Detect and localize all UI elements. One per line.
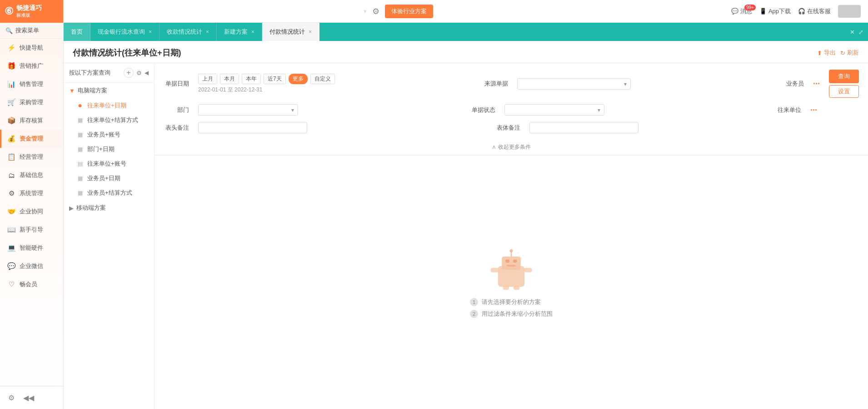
trial-button[interactable]: 体验行业方案 [385, 5, 433, 18]
scheme-item-staff-date-label: 业务员+日期 [87, 174, 120, 182]
guide-label: 新手引导 [20, 226, 43, 234]
sales-label: 销售管理 [20, 80, 43, 88]
sidebar-item-wechat[interactable]: 💬 企业微信 [0, 257, 63, 275]
search-menu-item[interactable]: 🔍 搜索菜单 [0, 23, 63, 39]
tab-cashflow-close[interactable]: × [149, 29, 152, 35]
svg-point-8 [510, 249, 513, 252]
enterprise-icon: 🤝 [7, 207, 16, 216]
source-label: 来源单据 [483, 80, 508, 88]
tab-new-scheme[interactable]: 新建方案 × [217, 23, 262, 41]
date-btn-this-year[interactable]: 本年 [242, 74, 261, 84]
sidebar-item-guide[interactable]: 📖 新手引导 [0, 221, 63, 239]
scheme-item-unit-date[interactable]: ● 往来单位+日期 [64, 98, 154, 113]
sidebar-item-system[interactable]: ⚙ 系统管理 [0, 184, 63, 202]
top-bar-settings-icon[interactable]: ⚙ [372, 6, 379, 16]
empty-tip-2: 2 用过滤条件来缩小分析范围 [470, 310, 553, 318]
scheme-grid-icon-4: ▦ [76, 175, 84, 182]
sidebar-item-basic[interactable]: 🗂 基础信息 [0, 166, 63, 184]
desktop-arrow-icon: ▼ [69, 87, 75, 94]
sidebar-item-sales[interactable]: 📊 销售管理 [0, 75, 63, 93]
source-select[interactable] [517, 78, 631, 90]
scheme-item-unit-settle[interactable]: ▦ 往来单位+结算方式 [64, 113, 154, 127]
svg-rect-10 [514, 286, 519, 289]
sidebar-item-hardware[interactable]: 💻 智能硬件 [0, 239, 63, 257]
scheme-collapse-button[interactable]: ◀ [145, 70, 149, 76]
tab-receivable-label: 收款情况统计 [167, 28, 202, 36]
dept-chevron-icon [291, 106, 294, 113]
tab-new-scheme-close[interactable]: × [251, 29, 254, 35]
date-btn-this-month[interactable]: 本月 [220, 74, 239, 84]
scheme-item-dept-date[interactable]: ▦ 部门+日期 [64, 142, 154, 157]
scheme-item-unit-account[interactable]: ▤ 往来单位+账号 [64, 157, 154, 171]
sidebar-item-membership[interactable]: ♡ 畅会员 [0, 275, 63, 293]
tab-bar-actions: ✕ ⤢ [845, 23, 868, 41]
page-content: 付款情况统计(往来单位+日期) ⬆ 导出 ↻ 刷新 按以下方案查询 + [64, 41, 868, 409]
dept-select[interactable] [198, 104, 298, 116]
user-avatar[interactable] [838, 5, 861, 18]
scheme-section-desktop[interactable]: ▼ 电脑端方案 [64, 83, 154, 98]
status-select[interactable] [504, 104, 604, 116]
app-name: 畅捷通巧 [16, 4, 42, 12]
tab-payment-close[interactable]: × [309, 29, 312, 35]
header-note-input[interactable] [198, 122, 307, 133]
scheme-settings-button[interactable]: ⚙ [136, 70, 142, 76]
tab-receivable-close[interactable]: × [206, 29, 209, 35]
staff-select-btn[interactable]: ··· [813, 80, 820, 88]
export-label: 导出 [824, 49, 836, 57]
scheme-grid-icon-5: ▦ [76, 189, 84, 197]
content-area: 1 请先选择要分析的方案 2 用过滤条件来缩小分析范围 [155, 156, 868, 409]
sidebar-item-inventory[interactable]: 📦 库存核算 [0, 111, 63, 130]
filter-settings-button[interactable]: 设置 [829, 85, 859, 98]
svg-point-11 [519, 257, 522, 259]
scheme-panel-title: 按以下方案查询 [69, 69, 110, 77]
tab-payment-label: 付款情况统计 [269, 28, 305, 36]
refresh-label: 刷新 [847, 49, 859, 57]
tab-cashflow[interactable]: 现金银行流水查询 × [90, 23, 160, 41]
dept-label: 部门 [164, 106, 189, 114]
wechat-label: 企业微信 [20, 262, 43, 270]
date-btn-last-month[interactable]: 上月 [198, 74, 217, 84]
tab-maximize-icon[interactable]: ⤢ [858, 29, 863, 35]
body-note-input[interactable] [529, 122, 639, 133]
sidebar-item-quick-nav[interactable]: ⚡ 快捷导航 [0, 39, 63, 57]
page-header: 付款情况统计(往来单位+日期) ⬆ 导出 ↻ 刷新 [64, 41, 868, 63]
collapse-bar[interactable]: ∧ 收起更多条件 [155, 140, 868, 155]
app-download-button[interactable]: 📱 App下载 [759, 7, 791, 15]
basic-label: 基础信息 [20, 171, 43, 179]
sidebar-item-purchase[interactable]: 🛒 采购管理 [0, 93, 63, 111]
date-btn-7days[interactable]: 近7天 [264, 74, 286, 84]
sidebar-settings-btn[interactable]: ⚙ [5, 391, 18, 404]
date-range-text: 2022-01-01 至 2022-12-31 [198, 86, 335, 94]
scheme-grid-icon-2: ▦ [76, 131, 84, 138]
tab-home[interactable]: 首页 [64, 23, 90, 41]
query-button[interactable]: 查询 [829, 70, 859, 83]
tab-payment[interactable]: 付款情况统计 × [262, 23, 319, 41]
top-bar-right: 💬 消息 99+ 📱 App下载 🎧 在线客服 [731, 5, 861, 18]
marketing-icon: 🎁 [7, 61, 16, 71]
capital-label: 资金管理 [20, 135, 43, 143]
message-badge: 99+ [744, 5, 756, 10]
date-btn-more[interactable]: 更多 [289, 74, 308, 84]
tab-close-all-icon[interactable]: ✕ [850, 29, 855, 35]
sidebar-item-enterprise[interactable]: 🤝 企业协同 [0, 202, 63, 221]
sidebar-item-capital[interactable]: 💰 资金管理 [0, 130, 63, 148]
online-service-button[interactable]: 🎧 在线客服 [798, 7, 831, 15]
inventory-label: 库存核算 [20, 116, 43, 125]
scheme-section-mobile[interactable]: ▶ 移动端方案 [64, 200, 154, 216]
scheme-item-staff-settle[interactable]: ▦ 业务员+结算方式 [64, 186, 154, 200]
unit-select-btn[interactable]: ··· [810, 106, 817, 114]
filter-panel: 单据日期 上月 本月 本年 近7天 更多 自定义 20 [155, 63, 868, 156]
message-button[interactable]: 💬 消息 99+ [731, 7, 752, 15]
system-icon: ⚙ [7, 189, 16, 198]
sidebar-item-operations[interactable]: 📋 经营管理 [0, 148, 63, 166]
scheme-add-button[interactable]: + [124, 68, 134, 78]
scheme-item-staff-account[interactable]: ▦ 业务员+账号 [64, 127, 154, 142]
refresh-button[interactable]: ↻ 刷新 [840, 49, 859, 57]
scheme-item-staff-date[interactable]: ▦ 业务员+日期 [64, 171, 154, 186]
sidebar-collapse-btn[interactable]: ◀◀ [22, 391, 35, 404]
sidebar-item-marketing[interactable]: 🎁 营销推广 [0, 57, 63, 75]
date-btn-custom[interactable]: 自定义 [310, 74, 335, 84]
scheme-item-staff-settle-label: 业务员+结算方式 [87, 189, 132, 197]
export-button[interactable]: ⬆ 导出 [817, 49, 836, 57]
tab-receivable[interactable]: 收款情况统计 × [160, 23, 217, 41]
